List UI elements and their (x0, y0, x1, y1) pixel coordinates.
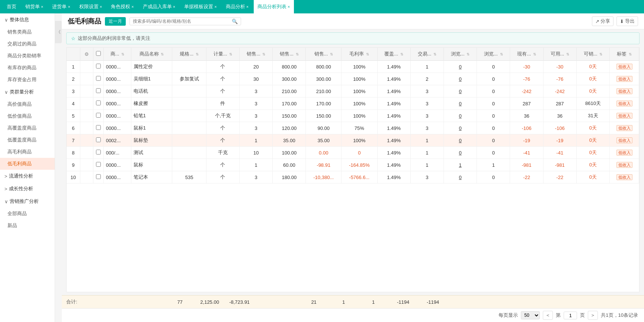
sidebar-item-低毛利商品[interactable]: 低毛利商品 (0, 158, 55, 170)
col-unit[interactable]: 计量... ⇅ (206, 48, 239, 61)
sidebar-item-交易过的商品[interactable]: 交易过的商品 (0, 38, 55, 50)
cell-no: 6 (67, 122, 80, 134)
cell-gross-rate: 100% (342, 61, 378, 73)
prev-page-button[interactable]: ＜ (543, 311, 553, 320)
collapse-sidebar-button[interactable]: 《 (55, 21, 62, 43)
cell-view1[interactable]: 0 (443, 85, 477, 98)
nav-item-商品分析列表[interactable]: 商品分析列表 × (254, 0, 294, 13)
tag-badge: 低收入 (616, 113, 632, 119)
cell-gross-rate: 100% (342, 98, 378, 110)
col-current[interactable]: 现有... ⇅ (510, 48, 543, 61)
nav-item-销货单[interactable]: 销货单 × (22, 0, 47, 13)
search-icon[interactable]: 🔍 (232, 19, 238, 24)
col-coverage[interactable]: 覆盖... ⇅ (377, 48, 410, 61)
top-nav: 首页销货单 ×进货单 ×权限设置 ×角色授权 ×产成品入库单 ×单据模板设置 ×… (0, 0, 644, 13)
sidebar-item-高覆盖度商品[interactable]: 高覆盖度商品 (0, 122, 55, 134)
cell-trade: 3 (410, 171, 443, 184)
nav-item-权限设置[interactable]: 权限设置 × (76, 0, 106, 13)
sidebar-item-有库存的商品[interactable]: 有库存的商品 (0, 62, 55, 74)
cell-trade: 3 (410, 85, 443, 98)
sidebar-group-营销推广分析[interactable]: ∨营销推广分析 (0, 195, 55, 208)
sidebar-item-低价值商品[interactable]: 低价值商品 (0, 110, 55, 122)
sidebar-group-整体信息[interactable]: ∨整体信息 (0, 13, 55, 26)
sidebar-item-商品分类助销率[interactable]: 商品分类助销率 (0, 50, 55, 62)
col-gross-rate[interactable]: 毛利率 ⇅ (342, 48, 378, 61)
cell-view1[interactable]: 0 (443, 73, 477, 85)
row-checkbox[interactable] (96, 88, 101, 93)
col-name[interactable]: 商品名称 ⇅ (131, 48, 172, 61)
sidebar-group-成长性分析[interactable]: >成长性分析 (0, 182, 55, 195)
sidebar-item-低覆盖度商品[interactable]: 低覆盖度商品 (0, 134, 55, 146)
row-checkbox[interactable] (96, 113, 101, 118)
col-available[interactable]: 可用... ⇅ (543, 48, 576, 61)
cell-view1[interactable]: 0 (443, 110, 477, 122)
sidebar-item-销售类商品[interactable]: 销售类商品 (0, 26, 55, 38)
nav-close-角色授权[interactable]: × (131, 4, 134, 9)
select-all-checkbox[interactable] (96, 51, 101, 56)
row-checkbox[interactable] (96, 150, 101, 154)
export-button[interactable]: ⬇ 导出 (616, 16, 638, 26)
col-code[interactable]: 商... ⇅ (103, 48, 131, 61)
col-settings[interactable]: ⚙ (80, 48, 93, 61)
nav-close-商品分析[interactable]: × (246, 4, 249, 9)
sidebar-item-新品[interactable]: 新品 (0, 220, 55, 232)
row-checkbox[interactable] (96, 162, 101, 167)
sidebar-group-类群量分析[interactable]: ∨类群量分析 (0, 86, 55, 98)
cell-view1[interactable]: 0 (443, 171, 477, 184)
cell-view2: 0 (477, 122, 510, 134)
row-checkbox[interactable] (96, 64, 101, 68)
cell-settings (80, 171, 93, 184)
nav-close-进货单[interactable]: × (68, 4, 70, 9)
sidebar-group-流通性分析[interactable]: >流通性分析 (0, 170, 55, 182)
nav-item-产成品入库单[interactable]: 产成品入库单 × (139, 0, 179, 13)
col-sales-qty[interactable]: 销售... ⇅ (240, 48, 273, 61)
filter-button[interactable]: 近一月 (105, 17, 126, 26)
nav-close-单据模板设置[interactable]: × (214, 4, 217, 9)
cell-available: -76 (543, 73, 576, 85)
footer-trade: 21 (299, 299, 329, 305)
sidebar-item-全部商品[interactable]: 全部商品 (0, 208, 55, 220)
cell-sales-price: 800.00 (273, 61, 306, 73)
col-trade[interactable]: 交易... ⇅ (410, 48, 443, 61)
col-view1[interactable]: 浏览... ⇅ (443, 48, 477, 61)
col-view2[interactable]: 浏览... ⇅ (477, 48, 510, 61)
cell-name: 属性定价 (131, 61, 172, 73)
cell-view1[interactable]: 0 (443, 122, 477, 134)
row-checkbox[interactable] (96, 101, 101, 105)
nav-close-销货单[interactable]: × (41, 4, 43, 9)
sidebar-item-库存资金占用[interactable]: 库存资金占用 (0, 74, 55, 86)
row-checkbox[interactable] (96, 174, 101, 179)
table-container[interactable]: ⚙ 商... ⇅ 商品名称 ⇅ 规格... ⇅ 计量... ⇅ 销售... ⇅ … (66, 47, 640, 292)
col-sales-price[interactable]: 销售... ⇅ (273, 48, 306, 61)
nav-item-单据模板设置[interactable]: 单据模板设置 × (180, 0, 220, 13)
search-input[interactable] (133, 19, 230, 24)
nav-close-商品分析列表[interactable]: × (288, 4, 290, 9)
col-saleable[interactable]: 可销... ⇅ (576, 48, 609, 61)
nav-close-产成品入库单[interactable]: × (173, 4, 175, 9)
col-tag[interactable]: 标签 ⇅ (610, 48, 639, 61)
cell-view1[interactable]: 0 (443, 61, 477, 73)
page-size-select[interactable]: 50 100 (521, 311, 540, 319)
row-checkbox[interactable] (96, 125, 101, 130)
nav-item-首页[interactable]: 首页 (3, 0, 20, 13)
cell-view1[interactable]: 0 (443, 134, 477, 147)
row-checkbox[interactable] (96, 76, 101, 81)
col-sales-amt[interactable]: 销售... ⇅ (306, 48, 342, 61)
cell-view1[interactable]: 0 (443, 98, 477, 110)
share-button[interactable]: ↗ 分享 (592, 16, 613, 26)
row-checkbox[interactable] (96, 137, 101, 142)
footer-label: 合计: (66, 299, 77, 305)
col-spec[interactable]: 规格... ⇅ (172, 48, 206, 61)
sidebar-item-高毛利商品[interactable]: 高毛利商品 (0, 146, 55, 158)
nav-item-进货单[interactable]: 进货单 × (48, 0, 74, 13)
nav-close-权限设置[interactable]: × (100, 4, 102, 9)
cell-view1[interactable]: 1 (443, 159, 477, 171)
cell-coverage: 1.49% (377, 73, 410, 85)
sidebar-item-高价值商品[interactable]: 高价值商品 (0, 98, 55, 110)
cell-view1[interactable]: 0 (443, 147, 477, 159)
page-number-input[interactable] (564, 312, 577, 319)
nav-item-商品分析[interactable]: 商品分析 × (222, 0, 252, 13)
next-page-button[interactable]: ＞ (588, 311, 598, 320)
nav-item-角色授权[interactable]: 角色授权 × (107, 0, 137, 13)
cell-view2: 0 (477, 73, 510, 85)
